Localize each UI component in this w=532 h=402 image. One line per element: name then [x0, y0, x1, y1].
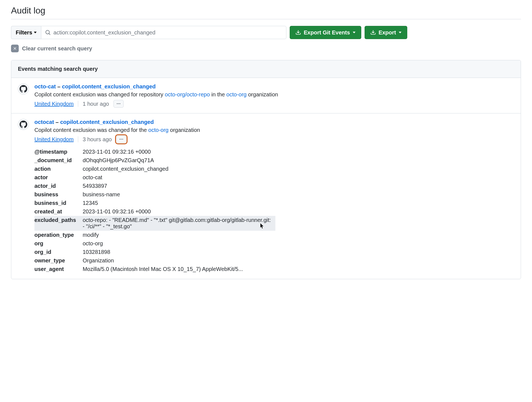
detail-key: business — [34, 190, 83, 199]
caret-down-icon — [399, 32, 401, 33]
search-icon — [45, 30, 51, 35]
desc-text: organization — [169, 127, 200, 133]
detail-value: copilot.content_exclusion_changed — [83, 165, 275, 173]
desc-text: Copilot content exclusion was changed fo… — [34, 127, 148, 133]
detail-row: orgocto-org — [34, 239, 275, 248]
page-title: Audit log — [11, 6, 521, 19]
desc-text: organization — [246, 91, 278, 97]
detail-key: created_at — [34, 207, 83, 216]
filters-button[interactable]: Filters — [11, 26, 41, 39]
detail-row: excluded_pathsocto-repo: - "README.md" -… — [34, 216, 275, 231]
detail-row: user_agentMozilla/5.0 (Macintosh Intel M… — [34, 265, 275, 273]
x-icon — [11, 45, 19, 52]
highlight-box: ··· — [116, 135, 126, 143]
detail-row: business_id12345 — [34, 199, 275, 207]
export-button[interactable]: Export — [365, 26, 407, 39]
event-title: octo-cat – copilot.content_exclusion_cha… — [34, 83, 514, 90]
search-input-wrap[interactable] — [41, 26, 286, 39]
detail-row: actorocto-cat — [34, 173, 275, 182]
actor-link[interactable]: octo-cat — [34, 83, 56, 89]
kebab-icon: ··· — [119, 137, 123, 142]
download-icon — [295, 30, 301, 35]
divider — [78, 136, 78, 142]
detail-value: 2023-11-01 09:32:16 +0000 — [83, 207, 275, 216]
location-link[interactable]: United Kingdom — [34, 101, 74, 107]
event-title: octocat – copilot.content_exclusion_chan… — [34, 119, 514, 125]
toolbar: Filters Export Git Events Export — [11, 26, 521, 39]
detail-row: actor_id54933897 — [34, 182, 275, 190]
detail-row: actioncopilot.content_exclusion_changed — [34, 165, 275, 173]
desc-text: Copilot content exclusion was changed fo… — [34, 91, 165, 97]
event-row: octocat – copilot.content_exclusion_chan… — [11, 113, 521, 279]
detail-value: Mozilla/5.0 (Macintosh Intel Mac OS X 10… — [83, 265, 275, 273]
detail-row: created_at2023-11-01 09:32:16 +0000 — [34, 207, 275, 216]
avatar[interactable] — [18, 83, 29, 94]
export-git-events-button[interactable]: Export Git Events — [290, 26, 361, 39]
detail-value: octo-cat — [83, 173, 275, 182]
timestamp: 3 hours ago — [83, 136, 112, 143]
kebab-icon: ··· — [116, 101, 121, 107]
event-description: Copilot content exclusion was changed fo… — [34, 91, 514, 98]
divider — [78, 101, 78, 107]
export-git-label: Export Git Events — [304, 29, 350, 36]
org-link[interactable]: octo-org — [148, 127, 169, 133]
expand-details-button[interactable]: ··· — [113, 100, 124, 108]
detail-key: @timestamp — [34, 148, 83, 156]
detail-key: operation_type — [34, 231, 83, 239]
detail-key: actor — [34, 173, 83, 182]
detail-value: octo-repo: - "README.md" - "*.txt" git@g… — [83, 216, 275, 231]
detail-value: dOhqqhGHjp6PvZGarQq71A — [83, 156, 275, 165]
avatar[interactable] — [18, 119, 29, 130]
detail-key: org_id — [34, 248, 83, 256]
detail-key: excluded_paths — [34, 216, 83, 231]
detail-key: business_id — [34, 199, 83, 207]
detail-value: octo-org — [83, 239, 275, 248]
org-link[interactable]: octo-org — [226, 91, 246, 97]
event-detail-table: @timestamp2023-11-01 09:32:16 +0000_docu… — [34, 148, 275, 273]
detail-row: @timestamp2023-11-01 09:32:16 +0000 — [34, 148, 275, 156]
detail-value: Organization — [83, 256, 275, 265]
events-panel: Events matching search query octo-cat – … — [11, 60, 521, 279]
detail-key: action — [34, 165, 83, 173]
action-link[interactable]: copilot.content_exclusion_changed — [62, 83, 156, 89]
desc-text: in the — [210, 91, 226, 97]
repo-link[interactable]: octo-org/octo-repo — [165, 91, 210, 97]
download-icon — [370, 30, 376, 35]
actor-link[interactable]: octocat — [34, 119, 54, 125]
expand-details-button[interactable]: ··· — [116, 135, 126, 143]
clear-search-query-button[interactable]: Clear current search query — [11, 45, 521, 52]
export-label: Export — [379, 29, 396, 36]
location-link[interactable]: United Kingdom — [34, 136, 74, 143]
caret-down-icon — [34, 32, 37, 33]
event-meta: United Kingdom 3 hours ago ··· — [34, 135, 514, 143]
cursor-icon — [260, 223, 264, 230]
detail-key: owner_type — [34, 256, 83, 265]
event-body: octocat – copilot.content_exclusion_chan… — [34, 119, 514, 273]
detail-row: operation_typemodify — [34, 231, 275, 239]
detail-row: businessbusiness-name — [34, 190, 275, 199]
action-link[interactable]: copilot.content_exclusion_changed — [60, 119, 154, 125]
timestamp: 1 hour ago — [83, 101, 109, 107]
filters-label: Filters — [16, 29, 32, 36]
detail-row: owner_typeOrganization — [34, 256, 275, 265]
detail-key: org — [34, 239, 83, 248]
event-body: octo-cat – copilot.content_exclusion_cha… — [34, 83, 514, 108]
event-meta: United Kingdom 1 hour ago ··· — [34, 100, 514, 108]
detail-key: actor_id — [34, 182, 83, 190]
title-separator: – — [56, 119, 60, 125]
panel-header: Events matching search query — [11, 60, 521, 78]
detail-key: user_agent — [34, 265, 83, 273]
title-separator: – — [57, 83, 62, 89]
detail-key: _document_id — [34, 156, 83, 165]
detail-value: business-name — [83, 190, 275, 199]
search-input[interactable] — [53, 29, 282, 36]
detail-row: _document_iddOhqqhGHjp6PvZGarQq71A — [34, 156, 275, 165]
detail-value: 12345 — [83, 199, 275, 207]
detail-value: modify — [83, 231, 275, 239]
event-description: Copilot content exclusion was changed fo… — [34, 127, 514, 133]
clear-query-label: Clear current search query — [22, 45, 92, 52]
detail-value: 103281898 — [83, 248, 275, 256]
detail-value: 54933897 — [83, 182, 275, 190]
event-row: octo-cat – copilot.content_exclusion_cha… — [11, 78, 521, 113]
detail-value: 2023-11-01 09:32:16 +0000 — [83, 148, 275, 156]
